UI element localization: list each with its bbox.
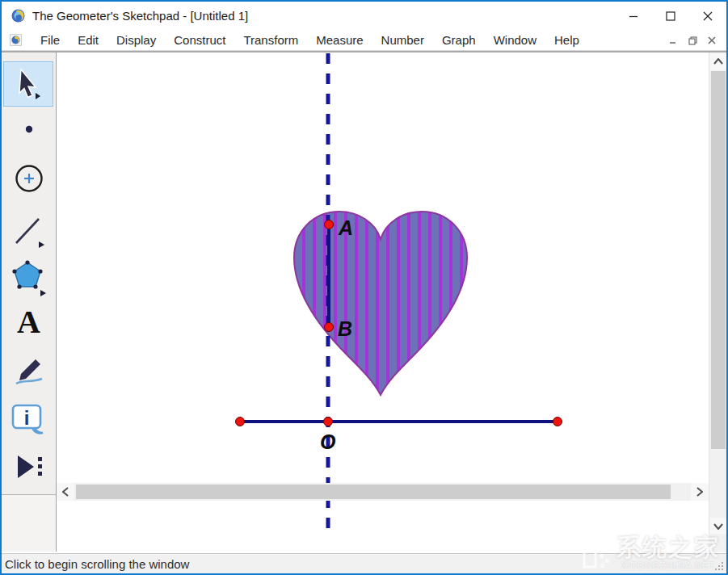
text-tool-glyph: A: [17, 306, 40, 338]
selection-arrow-tool[interactable]: [3, 61, 53, 107]
scroll-left-button[interactable]: [57, 483, 74, 501]
menu-window[interactable]: Window: [485, 31, 545, 49]
menu-display[interactable]: Display: [107, 31, 165, 49]
close-button[interactable]: [689, 2, 726, 30]
mdi-minimize-button[interactable]: [663, 32, 683, 48]
scroll-right-button[interactable]: [691, 483, 709, 501]
scroll-up-button[interactable]: [709, 52, 727, 70]
toolbox-empty-panel: [2, 495, 56, 537]
minimize-button[interactable]: [615, 2, 652, 30]
menu-construct[interactable]: Construct: [165, 31, 234, 49]
label-o[interactable]: O: [320, 430, 336, 453]
vertical-scrollbar[interactable]: [709, 52, 726, 535]
title-bar: The Geometer's Sketchpad - [Untitled 1]: [2, 2, 726, 30]
point-icon: [24, 124, 34, 134]
mdi-minimize-icon: [669, 36, 677, 44]
heart-shape[interactable]: [294, 212, 467, 395]
custom-tools[interactable]: [2, 447, 56, 487]
svg-text:i: i: [23, 407, 29, 429]
maximize-icon: [666, 11, 675, 21]
chevron-up-icon: [713, 58, 723, 65]
mdi-window-controls: [663, 30, 722, 51]
menu-bar: File Edit Display Construct Transform Me…: [2, 30, 726, 51]
polygon-icon: [10, 258, 48, 296]
chevron-right-icon: [696, 487, 703, 497]
status-bar: Click to begin scrolling the window: [2, 553, 726, 573]
window-title: The Geometer's Sketchpad - [Untitled 1]: [32, 9, 248, 23]
menu-items: File Edit Display Construct Transform Me…: [32, 31, 588, 49]
status-message: Click to begin scrolling the window: [5, 557, 189, 571]
chevron-left-icon: [62, 487, 69, 497]
selection-arrow-icon: [15, 68, 42, 100]
menu-transform[interactable]: Transform: [234, 31, 307, 49]
menu-measure[interactable]: Measure: [307, 31, 372, 49]
mdi-close-button[interactable]: [702, 32, 722, 48]
menu-number[interactable]: Number: [372, 31, 433, 49]
toolbox-footer-panel: [2, 534, 57, 552]
vertical-scroll-thumb[interactable]: [711, 71, 726, 449]
menu-graph[interactable]: Graph: [433, 31, 485, 49]
polygon-tool[interactable]: [2, 254, 56, 300]
compass-tool[interactable]: [2, 156, 56, 201]
mdi-restore-icon: [688, 36, 697, 45]
label-b[interactable]: B: [338, 317, 352, 340]
point-right-endpoint[interactable]: [553, 418, 562, 426]
minimize-icon: [629, 11, 638, 21]
point-tool[interactable]: [2, 119, 56, 140]
close-icon: [703, 11, 713, 21]
information-tool[interactable]: i: [2, 398, 56, 442]
mdi-close-icon: [708, 36, 716, 44]
menu-file[interactable]: File: [32, 31, 69, 49]
menu-help[interactable]: Help: [545, 31, 588, 49]
chevron-down-icon: [713, 523, 723, 530]
app-logo-icon: [11, 9, 25, 23]
label-a[interactable]: A: [338, 216, 353, 239]
mdi-restore-button[interactable]: [683, 32, 702, 48]
point-a[interactable]: [325, 220, 334, 229]
horizontal-scrollbar[interactable]: [57, 483, 709, 501]
menu-edit[interactable]: Edit: [69, 31, 107, 49]
marker-tool[interactable]: [2, 350, 56, 392]
info-bubble-icon: i: [11, 402, 48, 438]
point-o[interactable]: [324, 418, 333, 426]
segment-icon: [11, 212, 47, 250]
compass-circle-icon: [14, 163, 44, 194]
main-area: A i: [2, 51, 726, 535]
horizontal-scroll-thumb[interactable]: [76, 485, 671, 499]
point-b[interactable]: [325, 323, 334, 332]
scroll-down-button[interactable]: [709, 518, 727, 535]
sketch-canvas[interactable]: A B O: [57, 52, 692, 535]
straightedge-tool[interactable]: [2, 208, 56, 254]
maximize-button[interactable]: [652, 2, 689, 30]
resize-grip-icon[interactable]: [714, 561, 724, 571]
scrollbar-corner: [709, 534, 726, 552]
marker-icon: [11, 353, 47, 388]
custom-tools-icon: [13, 452, 45, 481]
application-window: The Geometer's Sketchpad - [Untitled 1] …: [0, 0, 728, 575]
text-tool[interactable]: A: [2, 303, 56, 342]
toolbox: A i: [2, 52, 57, 537]
point-left-endpoint[interactable]: [236, 418, 245, 426]
document-icon[interactable]: [10, 34, 22, 46]
